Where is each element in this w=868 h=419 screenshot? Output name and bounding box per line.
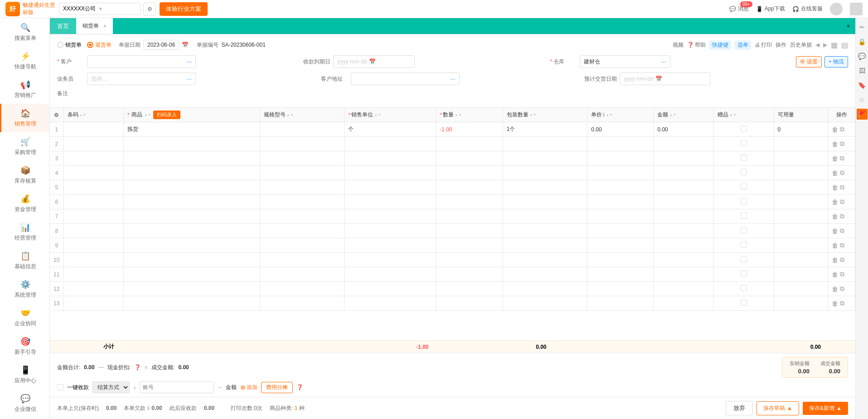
cell-gift[interactable] xyxy=(713,122,774,137)
cell-spec[interactable] xyxy=(260,166,344,180)
tab-sale-order[interactable]: 销货单 × xyxy=(76,18,113,34)
cell-pack-qty[interactable] xyxy=(503,166,587,180)
shortcuts-link[interactable]: 快捷键 xyxy=(709,40,731,50)
expense-help-icon[interactable]: ❓ xyxy=(296,384,303,390)
cell-spec[interactable] xyxy=(260,238,344,253)
one-click-payment-checkbox[interactable] xyxy=(57,384,63,390)
cell-pack-qty[interactable] xyxy=(503,253,587,267)
cell-amount[interactable] xyxy=(654,137,714,151)
sidebar-item-operations[interactable]: 📊 经营管理 xyxy=(0,218,49,246)
cell-unit[interactable] xyxy=(344,224,436,238)
settings-button[interactable]: ⚙ xyxy=(143,3,156,15)
sidebar-item-enterprise[interactable]: 🤝 企业协同 xyxy=(0,303,49,332)
cell-unit[interactable] xyxy=(344,296,436,311)
expense-split-btn[interactable]: 费用分摊 xyxy=(261,382,293,393)
cell-qty[interactable] xyxy=(436,296,503,311)
discount-help-icon[interactable]: ❓ xyxy=(134,364,141,371)
delete-row-btn[interactable]: 🗑 xyxy=(832,300,838,307)
cell-qty[interactable] xyxy=(436,282,503,296)
cell-amount[interactable] xyxy=(654,224,714,238)
rp-comment-btn[interactable]: 💬 xyxy=(857,51,868,62)
cell-pack-qty[interactable] xyxy=(503,151,587,166)
copy-row-btn[interactable]: ⧉ xyxy=(840,299,844,307)
cell-pack-qty[interactable] xyxy=(503,137,587,151)
cell-pack-qty[interactable] xyxy=(503,267,587,282)
cell-unit[interactable] xyxy=(344,267,436,282)
cell-qty[interactable] xyxy=(436,195,503,209)
cell-spec[interactable] xyxy=(260,296,344,311)
cell-qty[interactable] xyxy=(436,137,503,151)
price-info-icon[interactable]: ℹ xyxy=(603,112,605,118)
cell-barcode[interactable] xyxy=(63,267,124,282)
delete-row-btn[interactable]: 🗑 xyxy=(832,155,838,162)
cell-pack-qty[interactable] xyxy=(503,180,587,195)
delete-row-btn[interactable]: 🗑 xyxy=(832,140,838,148)
table-row[interactable]: 10 🗑 ⧉ xyxy=(50,253,855,267)
copy-row-btn[interactable]: ⧉ xyxy=(840,227,844,235)
warehouse-input[interactable]: 建材仓 ··· xyxy=(580,55,670,68)
cell-qty[interactable] xyxy=(436,224,503,238)
table-row[interactable]: 7 🗑 ⧉ xyxy=(50,209,855,224)
copy-row-btn[interactable]: ⧉ xyxy=(840,140,844,148)
sidebar-item-wechat[interactable]: 💬 企业微信 xyxy=(0,389,49,418)
cell-barcode[interactable] xyxy=(63,151,124,166)
cell-spec[interactable] xyxy=(260,253,344,267)
payment-method-select[interactable]: 结算方式 xyxy=(92,381,130,393)
cell-gift[interactable] xyxy=(713,296,774,311)
account-input[interactable] xyxy=(140,381,214,393)
cell-price[interactable] xyxy=(587,224,654,238)
table-row[interactable]: 12 🗑 ⧉ xyxy=(50,282,855,296)
expected-date-input[interactable]: yyyy-mm-dd 📅 xyxy=(620,72,710,85)
cell-amount[interactable]: 0.00 xyxy=(654,122,714,137)
delete-row-btn[interactable]: 🗑 xyxy=(832,198,838,206)
cell-gift[interactable] xyxy=(713,253,774,267)
cell-unit[interactable] xyxy=(344,209,436,224)
cell-gift[interactable] xyxy=(713,166,774,180)
delete-row-btn[interactable]: 🗑 xyxy=(832,271,838,278)
rp-flag-btn[interactable]: 🚩 xyxy=(857,109,868,120)
table-row[interactable]: 3 🗑 ⧉ xyxy=(50,151,855,166)
cell-pack-qty[interactable] xyxy=(503,282,587,296)
customer-addr-input[interactable]: ··· xyxy=(351,72,460,85)
cell-amount[interactable] xyxy=(654,253,714,267)
avatar[interactable] xyxy=(830,3,843,15)
table-row[interactable]: 8 🗑 ⧉ xyxy=(50,224,855,238)
cell-gift[interactable] xyxy=(713,238,774,253)
cell-price[interactable] xyxy=(587,180,654,195)
cell-spec[interactable] xyxy=(260,209,344,224)
cell-gift[interactable] xyxy=(713,195,774,209)
cell-spec[interactable] xyxy=(260,180,344,195)
delete-row-btn[interactable]: 🗑 xyxy=(832,184,838,191)
print-link[interactable]: 🖨打印 xyxy=(755,41,772,49)
cell-product[interactable] xyxy=(124,137,260,151)
cell-price[interactable] xyxy=(587,166,654,180)
add-payment-btn[interactable]: ⊕ 添加 xyxy=(240,384,257,391)
table-row[interactable]: 4 🗑 ⧉ xyxy=(50,166,855,180)
th-settings[interactable]: ⚙ xyxy=(50,108,63,122)
cell-pack-qty[interactable]: 1个 xyxy=(503,122,587,137)
sidebar-item-basic[interactable]: 📋 基础信息 xyxy=(0,246,49,275)
cell-amount[interactable] xyxy=(654,282,714,296)
tab-bar-close[interactable]: × xyxy=(847,23,855,29)
cell-pack-qty[interactable] xyxy=(503,209,587,224)
copy-row-btn[interactable]: ⧉ xyxy=(840,241,844,249)
cell-amount[interactable] xyxy=(654,267,714,282)
sort-product[interactable]: ▲▼ xyxy=(144,113,151,117)
cell-gift[interactable] xyxy=(713,180,774,195)
cell-amount[interactable] xyxy=(654,238,714,253)
cell-barcode[interactable] xyxy=(63,224,124,238)
sort-unit[interactable]: ▲▼ xyxy=(374,113,381,117)
cell-amount[interactable] xyxy=(654,296,714,311)
sort-spec[interactable]: ▲▼ xyxy=(286,113,294,117)
customer-input[interactable]: ··· xyxy=(87,55,196,68)
cell-amount[interactable] xyxy=(654,209,714,224)
cell-product[interactable] xyxy=(124,195,260,209)
sort-amount[interactable]: ▲▼ xyxy=(669,113,676,117)
cell-spec[interactable] xyxy=(260,224,344,238)
cell-unit[interactable]: 个 xyxy=(344,122,436,137)
cell-unit[interactable] xyxy=(344,253,436,267)
expected-date-calendar-icon[interactable]: 📅 xyxy=(655,76,662,82)
doc-date[interactable]: 2023-06-06 xyxy=(143,40,179,50)
cell-price[interactable] xyxy=(587,282,654,296)
cell-qty[interactable] xyxy=(436,267,503,282)
